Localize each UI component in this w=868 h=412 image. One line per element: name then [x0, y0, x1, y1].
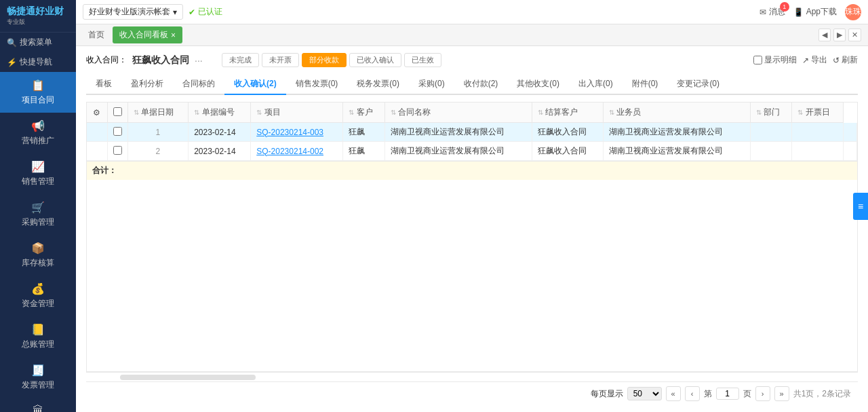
row-settlement-0: 湖南卫视商业运营发展有限公司: [603, 123, 750, 142]
right-action-button[interactable]: ≡: [853, 193, 868, 220]
row-date-0: 2023-02-14: [189, 123, 251, 142]
sidebar-item-0[interactable]: 📋项目合同: [0, 72, 76, 113]
main-area: 好业财专业版演示帐套 ▾ ✔ 已认证 ✉ 消息 1 📱 App下载 珠珠: [76, 0, 868, 412]
sidebar-label-0: 项目合同: [22, 94, 54, 106]
status-btn-0[interactable]: 未完成: [222, 53, 259, 67]
sub-tab-3[interactable]: 收入确认(2): [224, 74, 286, 95]
app-download-button[interactable]: 📱 App下载: [793, 6, 837, 18]
sidebar-icon-0: 📋: [31, 79, 45, 92]
show-detail-checkbox[interactable]: [753, 56, 762, 64]
sidebar-label-4: 库存核算: [22, 257, 54, 269]
message-badge: 1: [780, 2, 789, 12]
search-icon: 🔍: [7, 38, 17, 48]
row-settings-1[interactable]: [87, 142, 107, 161]
table-row[interactable]: 2 2023-02-14 SQ-20230214-002 狂飙 湖南卫视商业运营…: [87, 142, 857, 161]
sidebar-label-7: 发票管理: [22, 379, 54, 391]
next-page-button[interactable]: ›: [755, 386, 770, 401]
export-button[interactable]: ↗ 导出: [802, 54, 827, 66]
close-tab-icon[interactable]: ×: [171, 31, 176, 40]
sidebar-item-4[interactable]: 📦库存核算: [0, 235, 76, 276]
active-tab[interactable]: 收入合同看板 ×: [113, 26, 182, 43]
sidebar-label-5: 资金管理: [22, 298, 54, 310]
sidebar-search[interactable]: 🔍 搜索菜单: [0, 33, 76, 52]
sidebar-item-8[interactable]: 🏛税务管理: [0, 398, 76, 412]
sub-tab-6[interactable]: 采购(0): [409, 74, 454, 95]
refresh-button[interactable]: ↺ 刷新: [833, 54, 858, 66]
export-label: 导出: [811, 54, 827, 66]
sub-tab-1[interactable]: 盈利分析: [121, 74, 173, 95]
doc-number-link-1[interactable]: SQ-20230214-002: [256, 147, 323, 156]
active-tab-label: 收入合同看板: [119, 29, 168, 41]
more-options-icon[interactable]: ···: [195, 55, 203, 66]
status-btn-4[interactable]: 已生效: [404, 53, 441, 67]
sidebar-icon-7: 🧾: [31, 364, 45, 377]
tab-prev-button[interactable]: ◀: [818, 29, 831, 41]
topbar-right: ✉ 消息 1 📱 App下载 珠珠: [760, 4, 861, 20]
row-num-0: 1: [127, 123, 189, 142]
sub-tab-0[interactable]: 看板: [86, 74, 121, 95]
sidebar-item-6[interactable]: 📒总账管理: [0, 316, 76, 357]
settings-col-header[interactable]: ⚙: [87, 102, 107, 123]
quick-nav[interactable]: ⚡ 快捷导航: [0, 52, 76, 72]
sidebar-icon-4: 📦: [31, 242, 45, 255]
sidebar-icon-8: 🏛: [33, 405, 43, 412]
contract-header: 收入合同： 狂飙收入合同 ··· 未完成未开票部分收款已收入确认已生效 显示明细…: [86, 53, 858, 67]
user-avatar[interactable]: 珠珠: [845, 4, 861, 20]
tab-close-button[interactable]: ✕: [848, 29, 861, 41]
page-suffix: 页: [743, 388, 751, 400]
logo-main: 畅捷通好业财: [7, 5, 69, 18]
sub-tab-10[interactable]: 附件(0): [623, 74, 668, 95]
sidebar-item-1[interactable]: 📢营销推广: [0, 113, 76, 153]
status-btn-3[interactable]: 已收入确认: [349, 53, 401, 67]
right-action-bar: ≡: [853, 193, 868, 220]
row-check-0[interactable]: [107, 123, 127, 142]
sub-tab-4[interactable]: 销售发票(0): [286, 74, 348, 95]
sub-tab-11[interactable]: 变更记录(0): [667, 74, 729, 95]
select-all-checkbox[interactable]: [113, 107, 122, 116]
logo-sub: 专业版: [7, 18, 69, 26]
sub-tab-9[interactable]: 出入库(0): [569, 74, 623, 95]
sub-tab-2[interactable]: 合同标的: [173, 74, 224, 95]
sidebar-item-2[interactable]: 📈销售管理: [0, 153, 76, 194]
home-tab[interactable]: 首页: [83, 26, 110, 43]
status-btn-1[interactable]: 未开票: [262, 53, 299, 67]
row-check-1[interactable]: [107, 142, 127, 161]
topbar-left: 好业财专业版演示帐套 ▾ ✔ 已认证: [83, 4, 222, 20]
checkbox-col-header[interactable]: [107, 102, 127, 123]
first-page-button[interactable]: «: [666, 386, 681, 401]
table-row[interactable]: 1 2023-02-14 SQ-20230214-003 狂飙 湖南卫视商业运营…: [87, 123, 857, 142]
last-page-button[interactable]: »: [774, 386, 789, 401]
sidebar-item-7[interactable]: 🧾发票管理: [0, 357, 76, 398]
sidebar-item-3[interactable]: 🛒采购管理: [0, 194, 76, 235]
row-number-0[interactable]: SQ-20230214-003: [251, 123, 343, 142]
download-icon: 📱: [793, 7, 804, 17]
app-download-label: App下载: [806, 6, 837, 18]
tab-nav: ◀ ▶ ✕: [818, 29, 861, 41]
row-contract-0: 狂飙收入合同: [532, 123, 604, 142]
message-button[interactable]: ✉ 消息 1: [760, 6, 785, 18]
records-table: ⚙ ⇅ 单据日期 ⇅ 单据编号 ⇅ 项目 ⇅ 客户 ⇅ 合同名称 ⇅ 结算客户 …: [87, 102, 857, 161]
page-number-input[interactable]: [716, 388, 739, 400]
company-selector[interactable]: 好业财专业版演示帐套 ▾: [83, 4, 183, 20]
quick-nav-icon: ⚡: [7, 58, 17, 67]
sub-tab-5[interactable]: 税务发票(0): [347, 74, 409, 95]
sub-tab-7[interactable]: 收付款(2): [454, 74, 508, 95]
row-customer-0: 湖南卫视商业运营发展有限公司: [384, 123, 532, 142]
tab-next-button[interactable]: ▶: [833, 29, 846, 41]
sidebar-label-2: 销售管理: [22, 176, 54, 187]
sidebar-item-5[interactable]: 💰资金管理: [0, 276, 76, 316]
row-settings-0[interactable]: [87, 123, 107, 142]
refresh-icon: ↺: [833, 56, 840, 65]
show-detail-toggle[interactable]: 显示明细: [753, 54, 797, 66]
export-area: 显示明细 ↗ 导出 ↺ 刷新: [753, 54, 858, 66]
sub-tab-8[interactable]: 其他收支(0): [507, 74, 569, 95]
certified-badge: ✔ 已认证: [189, 6, 222, 18]
row-number-1[interactable]: SQ-20230214-002: [251, 142, 343, 161]
horizontal-scrollbar[interactable]: [86, 372, 858, 381]
status-btn-2[interactable]: 部分收款: [302, 53, 347, 67]
prev-page-button[interactable]: ‹: [685, 386, 700, 401]
row-date-1: 2023-02-14: [189, 142, 251, 161]
per-page-select[interactable]: 50 100 200: [627, 387, 662, 400]
scrollbar-thumb[interactable]: [120, 375, 256, 380]
doc-number-link-0[interactable]: SQ-20230214-003: [256, 128, 323, 137]
